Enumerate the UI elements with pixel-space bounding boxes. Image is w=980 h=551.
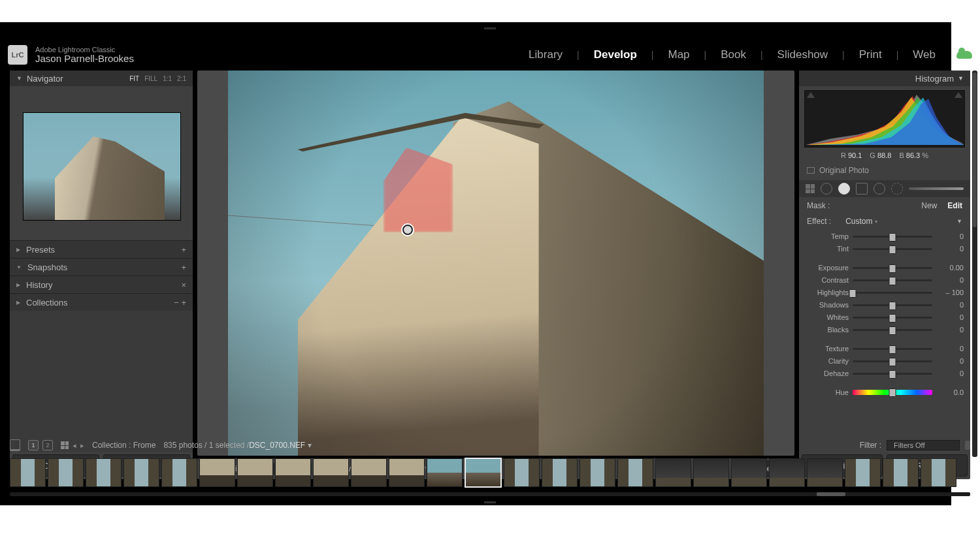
slider-value[interactable]: 0: [932, 370, 964, 377]
module-web[interactable]: Web: [911, 48, 938, 61]
module-book[interactable]: Book: [719, 48, 748, 61]
filmstrip-scrollbar[interactable]: [10, 492, 970, 496]
panel-section-snapshots[interactable]: ▼Snapshots+: [10, 258, 193, 276]
slider-track[interactable]: [853, 317, 932, 319]
filmstrip-thumb[interactable]: [161, 458, 197, 487]
slider-shadows[interactable]: Shadows0: [806, 300, 964, 310]
slider-track[interactable]: [853, 292, 932, 294]
graduated-tool-icon[interactable]: [856, 183, 868, 195]
filmstrip-thumb[interactable]: [427, 458, 463, 487]
slider-track[interactable]: [853, 348, 932, 350]
filmstrip-thumb[interactable]: [199, 458, 235, 487]
slider-dehaze[interactable]: Dehaze0: [806, 368, 964, 379]
filmstrip-thumb[interactable]: [123, 458, 159, 487]
slider-exposure[interactable]: Exposure0.00: [806, 262, 964, 273]
zoom-2to1[interactable]: 2:1: [177, 75, 186, 82]
slider-thumb[interactable]: [889, 233, 896, 242]
filmstrip-thumb[interactable]: [86, 458, 122, 487]
filmstrip-thumb[interactable]: [580, 458, 615, 487]
filmstrip-thumb[interactable]: [617, 458, 653, 487]
slider-value[interactable]: 0: [932, 301, 964, 309]
slider-value[interactable]: 0: [932, 232, 964, 240]
zoom-1to1[interactable]: 1:1: [163, 75, 172, 82]
slider-thumb[interactable]: [889, 245, 896, 254]
identity-plate[interactable]: Jason Parnell-Brookes: [35, 54, 134, 65]
image-canvas[interactable]: [197, 71, 794, 456]
grid-view-icon[interactable]: [61, 441, 69, 449]
filmstrip-thumb[interactable]: [313, 458, 349, 487]
slider-value[interactable]: 0: [932, 313, 964, 321]
slider-track[interactable]: [853, 373, 932, 375]
slider-contrast[interactable]: Contrast0: [806, 275, 964, 285]
navigator-header[interactable]: ▼ Navigator FIT FILL 1:1 2:1: [10, 71, 193, 86]
slider-track[interactable]: [853, 248, 932, 250]
slider-tint[interactable]: Tint0: [806, 244, 964, 254]
panel-section-action[interactable]: − +: [174, 298, 186, 307]
effect-row[interactable]: Effect : Custom ▾ ▼: [799, 214, 970, 231]
filmstrip-thumb[interactable]: [655, 458, 691, 487]
slider-thumb[interactable]: [889, 277, 896, 285]
filmstrip-thumb[interactable]: [693, 458, 729, 487]
filmstrip-thumb[interactable]: [883, 458, 919, 487]
panel-section-action[interactable]: +: [181, 262, 186, 272]
zoom-fit[interactable]: FIT: [129, 75, 139, 82]
filmstrip-thumb[interactable]: [10, 458, 46, 487]
slider-track[interactable]: [853, 329, 932, 331]
filmstrip-thumb[interactable]: [769, 458, 805, 487]
slider-thumb[interactable]: [889, 326, 896, 335]
collection-path[interactable]: Collection : Frome: [92, 441, 155, 450]
slider-thumb[interactable]: [889, 388, 896, 397]
panel-grip-bottom[interactable]: [484, 501, 496, 503]
cloud-sync-icon[interactable]: [956, 51, 972, 59]
filmstrip-thumb[interactable]: [48, 458, 84, 487]
slider-whites[interactable]: Whites0: [806, 312, 964, 323]
slider-temp[interactable]: Temp0: [806, 231, 964, 242]
slider-track[interactable]: [853, 390, 932, 395]
slider-hue[interactable]: Hue0.0: [806, 387, 964, 398]
slider-thumb[interactable]: [889, 358, 896, 366]
slider-track[interactable]: [853, 360, 932, 362]
slider-value[interactable]: 0: [932, 245, 964, 253]
slider-value[interactable]: 0: [932, 326, 964, 334]
filter-dropdown[interactable]: Filters Off: [887, 440, 960, 450]
slider-thumb[interactable]: [889, 370, 896, 379]
slider-value[interactable]: 0.00: [932, 264, 964, 272]
slider-value[interactable]: 0: [932, 357, 964, 365]
slider-thumb[interactable]: [889, 264, 896, 273]
mask-edit[interactable]: Edit: [947, 201, 962, 210]
histogram-header[interactable]: Histogram ▼: [799, 71, 970, 86]
slider-track[interactable]: [853, 267, 932, 269]
slider-track[interactable]: [853, 279, 932, 281]
module-map[interactable]: Map: [666, 48, 691, 61]
spot-tool-icon[interactable]: [821, 183, 832, 195]
panel-grip-top[interactable]: [484, 27, 496, 29]
slider-thumb[interactable]: [889, 302, 896, 310]
nav-fwd-icon[interactable]: ▸: [80, 441, 84, 450]
filmstrip-thumb[interactable]: [351, 458, 387, 487]
module-develop[interactable]: Develop: [592, 48, 639, 61]
module-print[interactable]: Print: [857, 48, 884, 61]
panel-section-history[interactable]: ▶History×: [10, 276, 193, 293]
filmstrip[interactable]: [10, 454, 970, 491]
original-photo-toggle[interactable]: Original Photo: [799, 163, 970, 180]
mask-new[interactable]: New: [921, 201, 937, 210]
slider-texture[interactable]: Texture0: [806, 343, 964, 354]
filmstrip-thumb[interactable]: [542, 458, 578, 487]
redeye-tool-icon[interactable]: [838, 183, 850, 195]
crop-tool-icon[interactable]: [806, 184, 815, 193]
filmstrip-thumb[interactable]: [389, 458, 425, 487]
nav-back-icon[interactable]: ◂: [73, 441, 76, 450]
slider-track[interactable]: [853, 304, 932, 306]
filmstrip-thumb[interactable]: [237, 458, 273, 487]
slider-thumb[interactable]: [889, 345, 896, 354]
slider-thumb[interactable]: [849, 289, 857, 298]
slider-clarity[interactable]: Clarity0: [806, 356, 964, 366]
panel-section-action[interactable]: ×: [181, 280, 186, 290]
module-library[interactable]: Library: [527, 48, 564, 61]
main-window-icon[interactable]: 1: [28, 440, 39, 450]
filmstrip-thumb[interactable]: [465, 458, 502, 488]
slider-value[interactable]: 0: [932, 345, 964, 353]
filmstrip-thumb[interactable]: [845, 458, 881, 487]
brush-tool-icon[interactable]: [891, 183, 903, 195]
slider-highlights[interactable]: Highlights– 100: [806, 287, 964, 298]
